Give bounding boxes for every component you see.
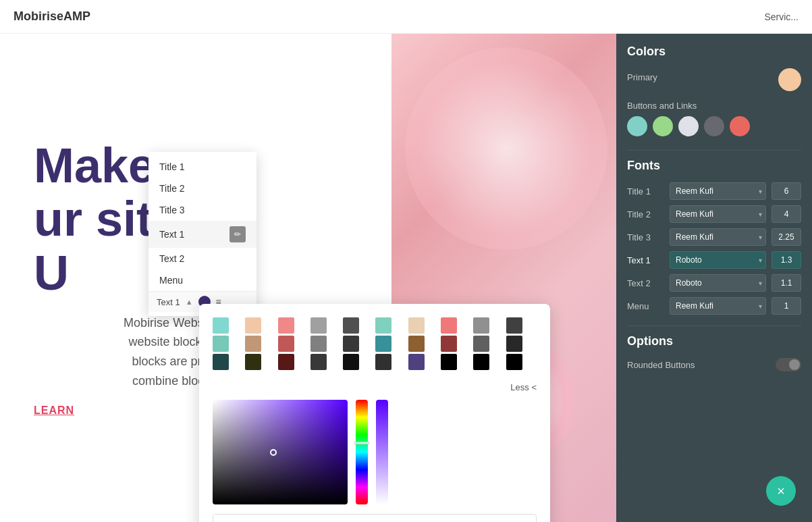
color-swatch[interactable] (245, 317, 261, 334)
font-select[interactable]: Reem Kufi Roboto Reem Kufi Open Sans (670, 228, 766, 246)
color-swatch[interactable] (213, 317, 229, 334)
font-row-text-1: Text 1 Roboto Roboto Reem Kufi Open Sans… (627, 251, 801, 269)
font-bar-label: Text 1 (157, 297, 180, 307)
color-swatch[interactable] (473, 317, 489, 334)
color-swatch[interactable] (213, 354, 229, 370)
font-select[interactable]: Reem Kufi Roboto Reem Kufi Open Sans (670, 205, 766, 223)
right-panel: Colors Primary Buttons and Links Fonts T… (616, 34, 812, 522)
topnav: MobiriseAMP Servic... (0, 0, 812, 34)
hex-input-section (213, 514, 537, 522)
font-size-input[interactable] (772, 297, 801, 315)
rainbow-indicator (354, 442, 369, 444)
hex-input[interactable] (213, 514, 537, 522)
font-row-label: Menu (627, 301, 664, 311)
less-button-row: Less < (213, 381, 537, 393)
color-swatch[interactable] (278, 354, 294, 370)
options-title: Options (627, 334, 801, 348)
button-color-swatch[interactable] (653, 116, 673, 136)
font-context-menu: Title 1 Title 2 Title 3 Text 1 ✏ Text 2 … (148, 152, 256, 316)
color-swatch[interactable] (343, 317, 359, 334)
font-size-input[interactable] (772, 251, 801, 269)
fonts-section: Fonts Title 1 Reem Kufi Roboto Reem Kufi… (627, 159, 801, 315)
rounded-buttons-toggle[interactable] (776, 358, 801, 371)
close-button[interactable]: × (766, 476, 796, 506)
font-row-title-3: Title 3 Reem Kufi Roboto Reem Kufi Open … (627, 228, 801, 246)
button-color-swatch[interactable] (627, 116, 647, 136)
font-size-input[interactable] (772, 274, 801, 292)
rounded-buttons-row: Rounded Buttons (627, 358, 801, 371)
colors-section-title: Colors (627, 45, 801, 59)
font-row-menu: Menu Reem Kufi Roboto Reem Kufi Open San… (627, 297, 801, 315)
less-button[interactable]: Less < (510, 382, 537, 392)
color-swatch[interactable] (408, 317, 425, 334)
rainbow-bar[interactable] (356, 400, 368, 504)
opacity-bar[interactable] (376, 400, 388, 504)
color-swatch[interactable] (441, 317, 457, 334)
gradient-picker[interactable] (213, 400, 348, 504)
color-swatch[interactable] (375, 354, 391, 370)
app-logo: MobiriseAMP (13, 9, 90, 24)
color-swatch[interactable] (473, 336, 489, 352)
color-swatch[interactable] (441, 336, 457, 352)
font-select[interactable]: Roboto Roboto Reem Kufi Open Sans (670, 251, 766, 269)
font-row-label: Title 1 (627, 186, 664, 197)
color-swatch[interactable] (375, 317, 391, 334)
rounded-buttons-label: Rounded Buttons (627, 360, 695, 370)
primary-label: Primary (627, 72, 657, 82)
color-swatch[interactable] (245, 354, 261, 370)
color-swatch[interactable] (310, 354, 327, 370)
divider1 (627, 150, 801, 151)
font-size-input[interactable] (772, 228, 801, 246)
color-swatch[interactable] (473, 354, 489, 370)
font-select-wrapper: Roboto Roboto Reem Kufi Open Sans ▾ (670, 251, 766, 269)
font-select[interactable]: Reem Kufi Roboto Reem Kufi Open Sans (670, 182, 766, 200)
divider2 (627, 325, 801, 326)
button-color-swatch[interactable] (730, 116, 750, 136)
color-swatch[interactable] (441, 354, 457, 370)
edit-icon[interactable]: ✏ (229, 226, 246, 242)
primary-color-swatch[interactable] (778, 68, 801, 91)
font-row-title-2: Title 2 Reem Kufi Roboto Reem Kufi Open … (627, 205, 801, 223)
color-swatch[interactable] (343, 354, 359, 370)
color-swatch[interactable] (408, 336, 425, 352)
font-menu-item-title3[interactable]: Title 3 (148, 199, 256, 221)
color-swatch[interactable] (408, 354, 425, 370)
buttons-label: Buttons and Links (627, 101, 801, 111)
color-gradient-section (213, 400, 537, 504)
font-menu-item-title2[interactable]: Title 2 (148, 178, 256, 199)
color-swatch[interactable] (245, 336, 261, 352)
color-swatch[interactable] (506, 317, 522, 334)
font-select[interactable]: Reem Kufi Roboto Reem Kufi Open Sans (670, 297, 766, 315)
font-select-wrapper: Reem Kufi Roboto Reem Kufi Open Sans ▾ (670, 182, 766, 200)
font-menu-item-text1[interactable]: Text 1 ✏ (148, 221, 256, 248)
color-picker-panel: Less < (199, 304, 550, 522)
color-swatch[interactable] (310, 336, 327, 352)
button-color-swatch[interactable] (678, 116, 699, 136)
color-swatch[interactable] (213, 336, 229, 352)
color-swatch[interactable] (375, 336, 391, 352)
color-swatch[interactable] (343, 336, 359, 352)
button-color-swatch[interactable] (704, 116, 724, 136)
color-swatch[interactable] (278, 336, 294, 352)
font-select[interactable]: Roboto Roboto Reem Kufi Open Sans (670, 274, 766, 292)
font-select-wrapper: Reem Kufi Roboto Reem Kufi Open Sans ▾ (670, 228, 766, 246)
color-swatch[interactable] (506, 354, 522, 370)
font-size-input[interactable] (772, 205, 801, 223)
font-menu-item-title1[interactable]: Title 1 (148, 156, 256, 178)
fonts-section-title: Fonts (627, 159, 801, 173)
options-section: Options Rounded Buttons (627, 334, 801, 371)
font-size-input[interactable] (772, 182, 801, 200)
color-swatch[interactable] (506, 336, 522, 352)
font-row-title-1: Title 1 Reem Kufi Roboto Reem Kufi Open … (627, 182, 801, 200)
services-menu[interactable]: Servic... (764, 11, 799, 22)
color-swatch[interactable] (278, 317, 294, 334)
font-select-wrapper: Roboto Roboto Reem Kufi Open Sans ▾ (670, 274, 766, 292)
canvas: Makeur siteU e Mobirise Website Builder … (0, 34, 616, 522)
font-row-label: Text 2 (627, 278, 664, 288)
font-menu-item-text2[interactable]: Text 2 (148, 248, 256, 269)
color-swatch[interactable] (310, 317, 327, 334)
font-menu-item-menu[interactable]: Menu (148, 269, 256, 291)
font-row-label: Text 1 (627, 255, 664, 265)
toggle-knob (789, 359, 800, 370)
font-select-wrapper: Reem Kufi Roboto Reem Kufi Open Sans ▾ (670, 297, 766, 315)
